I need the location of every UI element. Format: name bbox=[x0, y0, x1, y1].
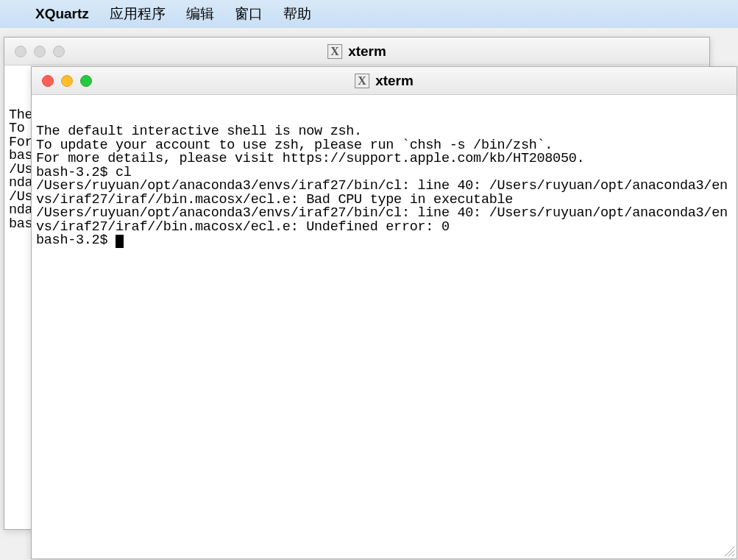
terminal-line: bas bbox=[9, 216, 32, 232]
terminal-line: /Users/ruyuan/opt/anaconda3/envs/iraf27/… bbox=[36, 178, 728, 208]
x11-icon: X bbox=[327, 44, 342, 59]
titlebar-background[interactable]: X xterm bbox=[4, 38, 709, 65]
minimize-button-inactive[interactable] bbox=[34, 46, 46, 57]
window-title-foreground: X xterm bbox=[355, 73, 414, 89]
xterm-window-foreground[interactable]: X xterm The default interactive shell is… bbox=[31, 66, 737, 559]
macos-menubar: XQuartz 应用程序 编辑 窗口 帮助 bbox=[0, 0, 738, 28]
terminal-content-foreground[interactable]: The default interactive shell is now zsh… bbox=[32, 95, 737, 265]
terminal-line: /Users/ruyuan/opt/anaconda3/envs/iraf27/… bbox=[36, 205, 728, 235]
window-title-text-background: xterm bbox=[348, 43, 386, 60]
menubar-item-window[interactable]: 窗口 bbox=[235, 4, 263, 24]
x11-icon: X bbox=[355, 74, 369, 88]
menubar-item-applications[interactable]: 应用程序 bbox=[110, 4, 166, 24]
traffic-lights-foreground bbox=[32, 75, 92, 87]
traffic-lights-background bbox=[4, 46, 65, 57]
resize-grip-icon[interactable] bbox=[722, 544, 735, 557]
menubar-app-name[interactable]: XQuartz bbox=[35, 6, 89, 22]
window-title-background: X xterm bbox=[327, 43, 386, 60]
window-title-text-foreground: xterm bbox=[375, 73, 414, 89]
titlebar-foreground[interactable]: X xterm bbox=[32, 67, 737, 95]
close-button[interactable] bbox=[42, 75, 54, 87]
terminal-prompt: bash-3.2$ bbox=[36, 233, 116, 248]
menubar-item-help[interactable]: 帮助 bbox=[283, 4, 311, 24]
maximize-button-inactive[interactable] bbox=[53, 46, 65, 57]
maximize-button[interactable] bbox=[80, 75, 92, 87]
minimize-button[interactable] bbox=[61, 75, 73, 87]
svg-line-2 bbox=[732, 554, 734, 556]
menubar-item-edit[interactable]: 编辑 bbox=[186, 4, 214, 24]
close-button-inactive[interactable] bbox=[15, 46, 26, 57]
cursor-icon bbox=[116, 235, 124, 248]
